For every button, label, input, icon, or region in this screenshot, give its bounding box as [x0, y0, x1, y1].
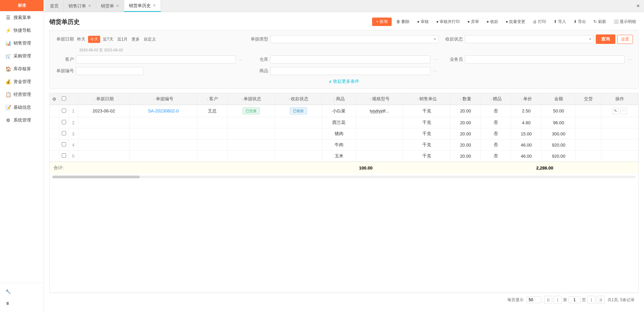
col-customer[interactable]: 客户 [197, 93, 227, 105]
collapse-button[interactable]: ∧ 收起更多条件 [55, 78, 633, 84]
shortcut-yesterday[interactable]: 昨天 [76, 36, 87, 43]
row-checkbox-input-1[interactable] [62, 120, 66, 124]
sidebar-item-sales-mgmt[interactable]: 📊 销售管理 [0, 37, 44, 50]
row-checkbox-input-4[interactable] [62, 153, 66, 158]
staff-dots[interactable]: ··· [627, 57, 633, 62]
shortcut-custom[interactable]: 自定义 [142, 36, 157, 43]
sidebar-item-inventory-calc[interactable]: 🏠 库存核算 [0, 62, 44, 75]
audit-print-button[interactable]: ● 审核并打印 [433, 18, 463, 26]
row-customer-0: 王总 [197, 105, 227, 117]
sidebar-bottom-action2[interactable]: ⏸ [0, 297, 44, 309]
col-sales-unit[interactable]: 销售单位 [403, 93, 450, 105]
prev-page-button[interactable]: ⟨ [554, 296, 562, 304]
customer-input[interactable] [76, 55, 236, 63]
shortcut-7days[interactable]: 近7天 [102, 36, 115, 43]
tab-sales-order[interactable]: 销售订单 ✕ [64, 0, 96, 12]
row-checkbox-0[interactable] [59, 105, 68, 117]
export-button[interactable]: ⬇ 导出 [571, 18, 589, 26]
col-gear[interactable]: ⚙ [50, 93, 59, 105]
col-doc-no[interactable]: 单据编号 [130, 93, 197, 105]
tab-close-sales-goods[interactable]: ✕ [116, 4, 119, 8]
col-goods[interactable]: 商品 [322, 93, 356, 105]
filter-row-3: 单据编号 商品 ··· [55, 67, 633, 75]
row-checkbox-input-0[interactable] [62, 108, 66, 113]
new-button[interactable]: + 新增 [372, 18, 392, 26]
col-gift[interactable]: 赠品 [481, 93, 511, 105]
page-title: 销货单历史 [49, 18, 80, 26]
settings-button[interactable]: 设置 [617, 35, 633, 44]
sidebar-item-purchase-mgmt[interactable]: 🛒 采购管理 [0, 50, 44, 62]
doctype-select[interactable] [270, 35, 438, 43]
shortcut-more[interactable]: 更多 [130, 36, 141, 43]
tab-sales-history[interactable]: 销货单历史 ✕ [124, 0, 161, 12]
row-checkbox-1[interactable] [59, 117, 68, 128]
row-checkbox-input-3[interactable] [62, 142, 66, 147]
row-doc-no-2[interactable] [130, 128, 197, 139]
refresh-button[interactable]: ↻ 刷新 [591, 18, 609, 26]
row-gear-4 [50, 151, 59, 162]
page-input[interactable] [568, 296, 581, 303]
staff-input[interactable] [465, 55, 625, 63]
table-header-row: ⚙ 单据日期 单据编号 客户 单据状态 收款状态 商品 规格型号 销售单位 [50, 93, 638, 105]
row-doc-no-4[interactable] [130, 151, 197, 162]
row-customer-3 [197, 139, 227, 151]
tab-sales-goods[interactable]: 销货单 ✕ [96, 0, 124, 12]
receive-button[interactable]: ● 收款 [484, 18, 501, 26]
col-unit-price[interactable]: 单价 [511, 93, 541, 105]
row-doc-no-0[interactable]: SA-20230602-0 [130, 105, 197, 117]
sidebar-item-finance-mgmt[interactable]: 💰 资金管理 [0, 75, 44, 88]
goods-input[interactable] [270, 67, 430, 75]
warehouse-input[interactable] [270, 55, 430, 63]
sidebar-item-system-mgmt[interactable]: ⚙ 系统管理 [0, 114, 44, 127]
receipt-status-select-wrap [465, 35, 594, 43]
col-doc-date[interactable]: 单据日期 [78, 93, 130, 105]
sidebar-item-search-menu[interactable]: ☰ 搜索菜单 [0, 11, 44, 24]
display-detail-button[interactable]: ⬜ 显示明细 [611, 18, 639, 26]
row-doc-no-1[interactable] [130, 117, 197, 128]
filter-group-staff: 业务员 ··· [444, 55, 633, 63]
row-checkbox-2[interactable] [59, 128, 68, 139]
row-checkbox-3[interactable] [59, 139, 68, 151]
tab-close-sales-history[interactable]: ✕ [153, 3, 156, 8]
quick-nav-icon: ⚡ [5, 28, 11, 33]
row-gift-3: 否 [481, 139, 511, 151]
tab-home[interactable]: 首页 [45, 0, 64, 12]
first-page-button[interactable]: ⟨⟨ [544, 296, 552, 304]
row-checkbox-input-2[interactable] [62, 131, 66, 135]
edit-icon-0[interactable]: ✎ [612, 108, 619, 114]
scrollbar-thumb[interactable] [52, 176, 140, 178]
abandon-button[interactable]: ● 弃审 [465, 18, 482, 26]
batch-change-button[interactable]: ● 批量变更 [503, 18, 528, 26]
sidebar-item-quick-nav[interactable]: ⚡ 快捷导航 [0, 24, 44, 37]
horizontal-scrollbar[interactable] [52, 176, 636, 178]
next-page-button[interactable]: ⟩ [587, 296, 595, 304]
print-button[interactable]: 🖨 打印 [530, 18, 549, 26]
sidebar-item-ops-mgmt[interactable]: 📋 经营管理 [0, 88, 44, 101]
shortcut-today[interactable]: 今天 [88, 36, 100, 43]
shortcut-1month[interactable]: 近1月 [116, 36, 129, 43]
warehouse-dots[interactable]: ··· [432, 57, 439, 62]
sidebar-item-basic-info[interactable]: 📝 基础信息 [0, 101, 44, 114]
audit-button[interactable]: ● 审核 [414, 18, 431, 26]
last-page-button[interactable]: ⟩⟩ [597, 296, 605, 304]
tab-close-sales-order[interactable]: ✕ [88, 4, 91, 8]
query-button[interactable]: 查询 [596, 34, 615, 44]
tab-close-all[interactable]: ✕ [634, 3, 643, 8]
table-footer: 合计: 100.00 2,286.00 [50, 162, 638, 174]
delete-button[interactable]: 🗑 删除 [394, 18, 412, 26]
select-all-checkbox[interactable] [62, 96, 66, 101]
goods-dots[interactable]: ··· [432, 69, 439, 73]
col-spec[interactable]: 规格型号 [356, 93, 403, 105]
col-receipt-status[interactable]: 收款状态 [275, 93, 322, 105]
col-qty[interactable]: 数量 [450, 93, 481, 105]
per-page-select[interactable]: 50 100 [526, 296, 541, 303]
row-doc-no-3[interactable] [130, 139, 197, 151]
docno-input[interactable] [76, 67, 143, 75]
more-icon-0[interactable]: ⋯ [620, 108, 627, 114]
import-button[interactable]: ⬆ 导入 [551, 18, 569, 26]
receipt-status-select[interactable] [465, 35, 594, 43]
sidebar-bottom-action1[interactable]: 🔧 [0, 286, 44, 297]
row-checkbox-4[interactable] [59, 151, 68, 162]
col-doc-status[interactable]: 单据状态 [227, 93, 275, 105]
customer-dots[interactable]: ··· [238, 57, 244, 62]
